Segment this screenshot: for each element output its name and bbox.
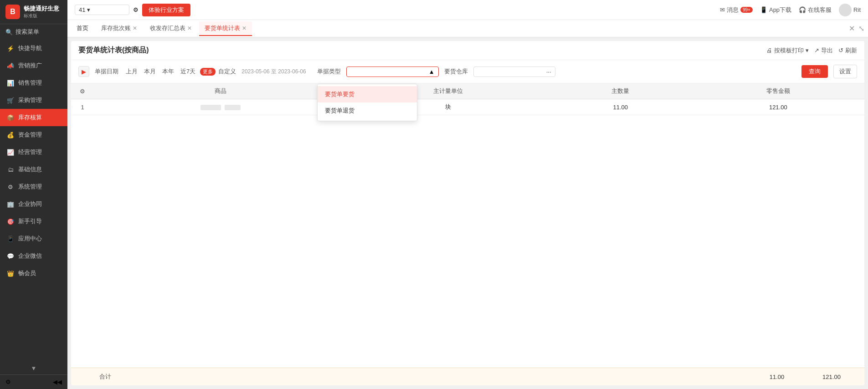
col-quantity: 主数量 [549, 83, 692, 99]
dropdown-item-order-goods[interactable]: 要货单要货 [318, 86, 417, 102]
logo-icon: B [5, 5, 20, 19]
col-settings[interactable]: ⚙ [71, 83, 94, 99]
sidebar-item-inventory[interactable]: 📦 库存核算 [0, 109, 67, 126]
col-product: 商品 [94, 83, 347, 99]
page-body: 要货单统计表(按商品) 🖨 按模板打印 ▾ ↗ 导出 ↺ 刷新 ▶ [71, 41, 864, 385]
message-icon: ✉ [720, 6, 725, 13]
sidebar-scroll-down[interactable]: ▼ [0, 362, 67, 374]
last-month-btn[interactable]: 上月 [124, 67, 139, 77]
search-icon: 🔍 [5, 29, 13, 36]
row-num: 1 [71, 99, 94, 115]
sidebar-item-system[interactable]: ⚙ 系统管理 [0, 178, 67, 195]
app-download-btn[interactable]: 📱 App下载 [760, 6, 791, 14]
more-date-badge[interactable]: 更多 [200, 68, 216, 76]
type-label: 单据类型 [317, 67, 341, 76]
app-center-icon: 📱 [6, 235, 15, 243]
finance-icon: 💰 [6, 131, 15, 139]
sidebar-item-app-center[interactable]: 📱 应用中心 [0, 230, 67, 247]
message-label: 消息 [727, 6, 739, 14]
type-input[interactable]: ▲ [346, 67, 439, 77]
member-icon: 👑 [6, 269, 15, 277]
sidebar-item-base-info[interactable]: 🗂 基础信息 [0, 161, 67, 178]
sidebar-item-quick-nav[interactable]: ⚡ 快捷导航 [0, 40, 67, 57]
refresh-icon: ↺ [838, 47, 843, 54]
table-header-row: ⚙ 商品 主计量单位 主数量 零售金额 [71, 83, 864, 99]
brand-sub: 标准版 [24, 13, 59, 19]
trial-button[interactable]: 体验行业方案 [142, 4, 190, 16]
dropdown-item-order-return[interactable]: 要货单退货 [318, 102, 417, 119]
this-year-btn[interactable]: 本年 [160, 67, 176, 77]
close-all-tabs-btn[interactable]: ✕ [849, 24, 855, 33]
system-icon: ⚙ [6, 183, 15, 191]
custom-date-btn[interactable]: 自定义 [218, 67, 236, 76]
filter-expand-btn[interactable]: ▶ [78, 66, 89, 77]
sidebar-item-marketing[interactable]: 📣 营销推广 [0, 57, 67, 74]
export-btn[interactable]: ↗ 导出 [814, 46, 833, 55]
last-7-days-btn[interactable]: 近7天 [179, 67, 197, 77]
date-label: 单据日期 [95, 67, 118, 76]
refresh-btn[interactable]: ↺ 刷新 [838, 46, 857, 55]
settings-button[interactable]: 设置 [833, 65, 857, 78]
guide-icon: 🎯 [6, 217, 15, 225]
print-template-btn[interactable]: 🖨 按模板打印 ▾ [766, 46, 809, 55]
warehouse-input[interactable]: ··· [473, 67, 555, 77]
user-profile[interactable]: Rit [839, 4, 861, 16]
tabs-actions: ✕ ⤡ [849, 24, 864, 33]
table-footer: 合计 11.00 121.00 [71, 368, 864, 385]
expand-tabs-btn[interactable]: ⤡ [858, 24, 864, 33]
table-area: ⚙ 商品 主计量单位 主数量 零售金额 1 块 [71, 83, 864, 368]
messages-btn[interactable]: ✉ 消息 99+ [720, 6, 753, 14]
filter-bar: ▶ 单据日期 上月 本月 本年 近7天 更多 自定义 2023-05-06 至 … [71, 60, 864, 83]
topbar-left: 41 ▾ ⚙ 体验行业方案 [75, 4, 716, 16]
close-order-stats-tab[interactable]: ✕ [242, 25, 247, 31]
phone-icon: 📱 [760, 6, 767, 13]
print-icon: 🖨 [766, 47, 772, 54]
table-row: 1 块 11.00 121.00 [71, 99, 864, 115]
sidebar-item-guide[interactable]: 🎯 新手引导 [0, 213, 67, 230]
sidebar-item-finance[interactable]: 💰 资金管理 [0, 126, 67, 143]
operations-icon: 📈 [6, 148, 15, 156]
page-header: 要货单统计表(按商品) 🖨 按模板打印 ▾ ↗ 导出 ↺ 刷新 [71, 41, 864, 60]
sidebar-item-purchase[interactable]: 🛒 采购管理 [0, 92, 67, 109]
sidebar-item-member[interactable]: 👑 畅会员 [0, 265, 67, 282]
message-badge: 99+ [740, 7, 753, 13]
footer-label: 合计 [77, 373, 117, 381]
data-table: ⚙ 商品 主计量单位 主数量 零售金额 1 块 [71, 83, 864, 115]
footer-quantity: 11.00 [750, 374, 804, 380]
tab-receipts-summary[interactable]: 收发存汇总表 ✕ [144, 21, 197, 36]
product-placeholder-1 [200, 105, 221, 110]
sidebar-item-wechat[interactable]: 💬 企业微信 [0, 247, 67, 265]
headset-icon: 🎧 [799, 6, 806, 13]
export-icon: ↗ [814, 47, 819, 54]
tab-batch-accounts[interactable]: 库存批次账 ✕ [96, 21, 143, 36]
query-button[interactable]: 查询 [801, 65, 828, 78]
store-name: 41 [79, 6, 85, 13]
sidebar-bottom: ⚙ ◀◀ [0, 374, 67, 389]
date-shortcuts: 上月 本月 本年 近7天 更多 自定义 [124, 67, 236, 77]
row-amount: 121.00 [692, 99, 864, 115]
brand-name: 畅捷通好生意 [24, 5, 59, 13]
type-search-field[interactable] [350, 68, 427, 75]
close-receipts-tab[interactable]: ✕ [187, 25, 192, 31]
wechat-icon: 💬 [6, 252, 15, 260]
settings-gear-icon[interactable]: ⚙ [133, 6, 139, 13]
sidebar-item-operations[interactable]: 📈 经营管理 [0, 143, 67, 161]
settings-icon[interactable]: ⚙ [5, 379, 11, 385]
tab-order-stats[interactable]: 要货单统计表 ✕ [199, 21, 252, 36]
marketing-icon: 📣 [6, 61, 15, 70]
inventory-icon: 📦 [6, 113, 15, 122]
sidebar-item-sales[interactable]: 📊 销售管理 [0, 74, 67, 92]
type-dropdown-up-icon: ▲ [429, 68, 435, 75]
this-month-btn[interactable]: 本月 [142, 67, 158, 77]
col-amount: 零售金额 [692, 83, 864, 99]
tab-home[interactable]: 首页 [71, 21, 94, 36]
base-info-icon: 🗂 [6, 165, 15, 174]
footer-amount: 121.00 [804, 374, 859, 380]
toggle-sidebar-icon[interactable]: ◀◀ [53, 379, 62, 385]
online-service-btn[interactable]: 🎧 在线客服 [799, 6, 832, 14]
close-batch-accounts-tab[interactable]: ✕ [133, 25, 137, 31]
store-selector[interactable]: 41 ▾ [75, 5, 129, 15]
sidebar-item-enterprise[interactable]: 🏢 企业协同 [0, 195, 67, 213]
type-dropdown-overlay: 要货单要货 要货单退货 [317, 84, 417, 121]
sidebar-search[interactable]: 🔍 搜索菜单 [0, 24, 67, 40]
